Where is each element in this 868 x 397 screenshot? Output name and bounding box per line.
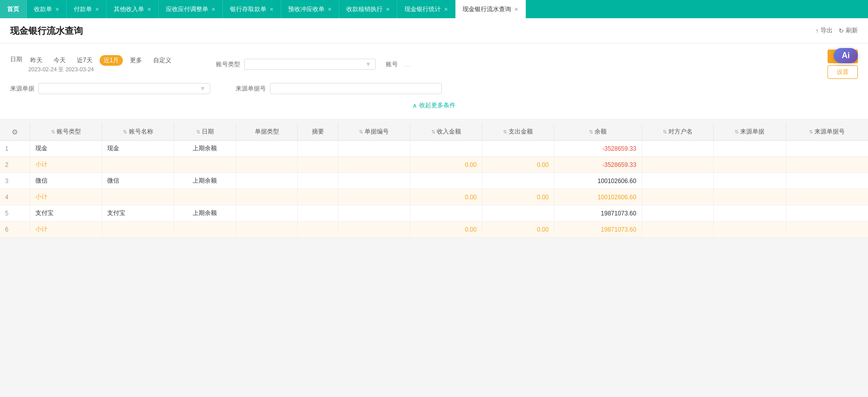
cell-source-doc xyxy=(714,141,786,157)
cell-date: 上期余额 xyxy=(174,173,236,189)
data-table: ⚙ ⇅ 账号类型 ⇅ 账号名称 ⇅ 日期 单据类型 摘要 xyxy=(0,123,868,238)
cell-balance: 100102606.60 xyxy=(554,173,642,189)
source-doc-select[interactable]: ▼ xyxy=(38,83,210,94)
source-doc-num-input[interactable] xyxy=(270,83,442,94)
col-header-balance[interactable]: ⇅ 余额 xyxy=(554,123,642,141)
col-header-date[interactable]: ⇅ 日期 xyxy=(174,123,236,141)
cell-counterpart xyxy=(642,189,713,205)
col-header-source-doc-num[interactable]: ⇅ 来源单据号 xyxy=(786,123,868,141)
nav-tab-zhixing[interactable]: 收款核销执行 ✕ xyxy=(339,0,397,18)
cell-account-type: 微信 xyxy=(30,173,102,189)
sort-icon-income: ⇅ xyxy=(431,129,435,135)
cell-income: 0.00 xyxy=(410,189,482,205)
table-header-row: ⚙ ⇅ 账号类型 ⇅ 账号名称 ⇅ 日期 单据类型 摘要 xyxy=(0,123,868,141)
cell-date: 上期余额 xyxy=(174,205,236,222)
date-option-jin1yue[interactable]: 近1月 xyxy=(100,55,123,66)
cell-account-type: 小计 xyxy=(30,222,102,238)
sort-icon-account-name: ⇅ xyxy=(123,129,127,135)
table-row: 3 微信 微信 上期余额 100102606.60 xyxy=(0,173,868,189)
nav-close-zhixing[interactable]: ✕ xyxy=(386,7,390,12)
account-type-label: 账号类型 xyxy=(216,60,240,69)
col-header-doc-num[interactable]: ⇅ 单据编号 xyxy=(338,123,410,141)
cell-summary xyxy=(298,157,338,173)
col-header-counterpart[interactable]: ⇅ 对方户名 xyxy=(642,123,713,141)
nav-tab-shoukuandan[interactable]: 收款单 ✕ xyxy=(27,0,67,18)
account-label: 账号 xyxy=(386,60,398,69)
nav-tab-cunquan[interactable]: 银行存取款单 ✕ xyxy=(223,0,281,18)
cell-account-name xyxy=(102,189,174,205)
account-type-filter-group: 账号类型 ▼ xyxy=(216,59,376,70)
cell-row-num: 4 xyxy=(0,189,30,205)
sort-icon-date: ⇅ xyxy=(196,129,200,135)
col-header-summary: 摘要 xyxy=(298,123,338,141)
cell-row-num: 1 xyxy=(0,141,30,157)
nav-close-liushui[interactable]: ✕ xyxy=(514,7,518,12)
date-range-display: 2023-02-24 至 2023-03-24 xyxy=(28,66,175,73)
date-option-zuotian[interactable]: 昨天 xyxy=(26,55,47,66)
col-header-source-doc[interactable]: ⇅ 来源单据 xyxy=(714,123,786,141)
nav-tab-liushui[interactable]: 现金银行流水查询 ✕ xyxy=(455,0,526,18)
collapse-up-icon: ∧ xyxy=(413,102,417,109)
cell-income: 0.00 xyxy=(410,157,482,173)
cell-income xyxy=(410,141,482,157)
nav-close-fukuandan[interactable]: ✕ xyxy=(95,7,99,12)
source-doc-num-filter-group: 来源单据号 xyxy=(236,83,442,94)
date-option-zidingyi[interactable]: 自定义 xyxy=(149,55,175,66)
cell-income: 0.00 xyxy=(410,222,482,238)
cell-account-name: 现金 xyxy=(102,141,174,157)
table-container: ⚙ ⇅ 账号类型 ⇅ 账号名称 ⇅ 日期 单据类型 摘要 xyxy=(0,123,868,238)
account-dots[interactable]: ... xyxy=(404,60,410,68)
export-button[interactable]: ↑ 导出 xyxy=(815,26,833,35)
cell-source-doc-num xyxy=(786,189,868,205)
collapse-bar[interactable]: ∧ 收起更多条件 xyxy=(10,98,858,113)
col-header-income[interactable]: ⇅ 收入金额 xyxy=(410,123,482,141)
nav-tab-tongji[interactable]: 现金银行统计 ✕ xyxy=(397,0,455,18)
refresh-button[interactable]: ↻ 刷新 xyxy=(839,26,858,35)
cell-expense xyxy=(482,141,554,157)
ai-badge[interactable]: Ai xyxy=(834,48,858,63)
cell-account-name: 微信 xyxy=(102,173,174,189)
nav-close-yushouchong[interactable]: ✕ xyxy=(328,7,332,12)
top-navigation: 首页 收款单 ✕ 付款单 ✕ 其他收入单 ✕ 应收应付调整单 ✕ 银行存取款单 … xyxy=(0,0,868,18)
cell-expense: 0.00 xyxy=(482,222,554,238)
nav-tab-qitashouru[interactable]: 其他收入单 ✕ xyxy=(107,0,159,18)
cell-balance: 100102606.60 xyxy=(554,189,642,205)
col-header-account-name[interactable]: ⇅ 账号名称 xyxy=(102,123,174,141)
gear-icon[interactable]: ⚙ xyxy=(12,128,18,136)
nav-home[interactable]: 首页 xyxy=(0,0,27,18)
date-option-jin7tian[interactable]: 近7天 xyxy=(73,55,97,66)
cell-doc-type xyxy=(236,189,298,205)
cell-doc-type xyxy=(236,205,298,222)
cell-source-doc xyxy=(714,205,786,222)
nav-close-cunquan[interactable]: ✕ xyxy=(269,7,273,12)
nav-tab-tiaozheng[interactable]: 应收应付调整单 ✕ xyxy=(159,0,223,18)
col-header-account-type[interactable]: ⇅ 账号类型 xyxy=(30,123,102,141)
col-header-expense[interactable]: ⇅ 支出金额 xyxy=(482,123,554,141)
date-options: 昨天 今天 近7天 近1月 更多 自定义 xyxy=(26,55,175,66)
cell-row-num: 2 xyxy=(0,157,30,173)
page-header: 现金银行流水查询 ↑ 导出 ↻ 刷新 xyxy=(0,18,868,43)
date-option-jintian[interactable]: 今天 xyxy=(50,55,70,66)
nav-tab-yushouchong[interactable]: 预收冲应收单 ✕ xyxy=(281,0,339,18)
nav-close-tiaozheng[interactable]: ✕ xyxy=(211,7,215,12)
cell-source-doc-num xyxy=(786,205,868,222)
cell-row-num: 5 xyxy=(0,205,30,222)
nav-close-tongji[interactable]: ✕ xyxy=(444,7,448,12)
date-label: 日期 xyxy=(10,55,22,64)
cell-date xyxy=(174,157,236,173)
cell-balance: -3528659.33 xyxy=(554,141,642,157)
col-header-settings[interactable]: ⚙ xyxy=(0,123,30,141)
settings-button[interactable]: 设置 xyxy=(828,65,858,79)
cell-source-doc-num xyxy=(786,157,868,173)
account-type-select[interactable]: ▼ xyxy=(244,59,376,70)
date-option-gengduo[interactable]: 更多 xyxy=(126,55,146,66)
cell-counterpart xyxy=(642,173,713,189)
nav-close-qitashouru[interactable]: ✕ xyxy=(147,7,151,12)
nav-close-shoukuandan[interactable]: ✕ xyxy=(55,7,59,12)
cell-doc-num xyxy=(338,157,410,173)
cell-expense xyxy=(482,173,554,189)
filter-area: 日期 昨天 今天 近7天 近1月 更多 自定义 2023-02-24 至 202… xyxy=(0,43,868,119)
table-row: 4 小计 0.00 0.00 100102606.60 xyxy=(0,189,868,205)
nav-tab-fukuandan[interactable]: 付款单 ✕ xyxy=(67,0,107,18)
cell-summary xyxy=(298,205,338,222)
